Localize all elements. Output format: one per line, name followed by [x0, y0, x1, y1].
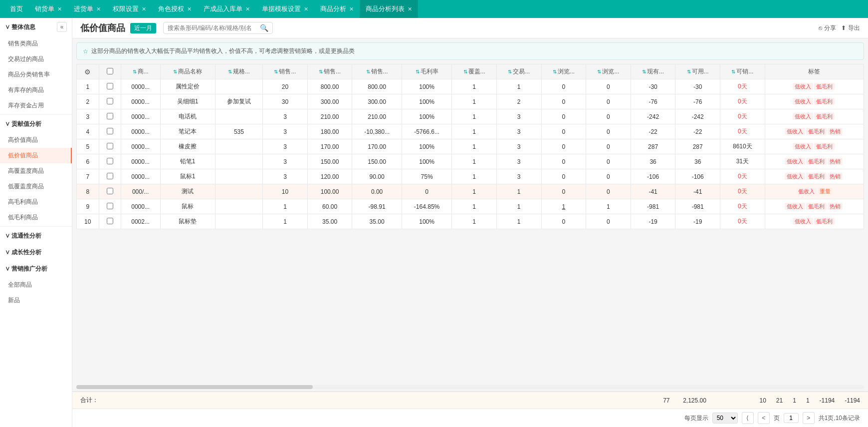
- row-views1[interactable]: 0: [541, 79, 586, 94]
- close-icon[interactable]: ✕: [245, 6, 250, 12]
- row-views1[interactable]: 0: [541, 169, 586, 184]
- nav-purchase-order[interactable]: 进货单 ✕: [68, 0, 107, 18]
- export-button[interactable]: ⬆ 导出: [841, 24, 860, 32]
- row-select-checkbox[interactable]: [107, 128, 113, 134]
- nav-template[interactable]: 单据模板设置 ✕: [256, 0, 314, 18]
- gear-icon[interactable]: ⚙: [84, 68, 91, 76]
- row-views1[interactable]: 0: [541, 109, 586, 124]
- row-spec: [215, 214, 262, 229]
- table-container[interactable]: ⚙ ⇅商... ⇅商品名称 ⇅规格... ⇅销售... ⇅销售... ⇅销售..…: [72, 64, 868, 383]
- row-checkbox[interactable]: [99, 154, 121, 169]
- row-checkbox[interactable]: [99, 169, 121, 184]
- row-checkbox[interactable]: [99, 199, 121, 214]
- row-select-checkbox[interactable]: [107, 203, 113, 209]
- sidebar-item-all-goods[interactable]: 全部商品: [0, 277, 72, 293]
- time-period-tag[interactable]: 近一月: [130, 23, 156, 33]
- nav-sales-order[interactable]: 销货单 ✕: [29, 0, 68, 18]
- sidebar-item-stock-capital[interactable]: 库存资金占用: [0, 98, 72, 113]
- search-icon[interactable]: 🔍: [260, 24, 268, 32]
- nav-roles[interactable]: 角色授权 ✕: [152, 0, 198, 18]
- close-icon[interactable]: ✕: [304, 6, 308, 12]
- row-checkbox[interactable]: [99, 184, 121, 199]
- sidebar-item-high-margin[interactable]: 高毛利商品: [0, 194, 72, 210]
- col-gear[interactable]: ⚙: [77, 64, 99, 79]
- horizontal-scrollbar[interactable]: [76, 385, 864, 389]
- row-views1[interactable]: 0: [541, 154, 586, 169]
- row-views2: 1: [586, 199, 631, 214]
- row-views1[interactable]: 0: [541, 184, 586, 199]
- row-views1[interactable]: 0: [541, 124, 586, 139]
- row-select-checkbox[interactable]: [107, 188, 113, 194]
- sidebar-section-marketing[interactable]: ∨ 营销推广分析: [0, 261, 72, 277]
- nav-production[interactable]: 产成品入库单 ✕: [198, 0, 256, 18]
- row-select-checkbox[interactable]: [107, 158, 113, 164]
- prev-page-btn[interactable]: <: [758, 412, 770, 424]
- col-coverage[interactable]: ⇅覆盖...: [452, 64, 497, 79]
- close-icon[interactable]: ✕: [187, 6, 192, 12]
- sidebar-section-growth[interactable]: ∨ 成长性分析: [0, 244, 72, 261]
- col-sellable[interactable]: ⇅可销...: [720, 64, 765, 79]
- row-views1[interactable]: 0: [541, 139, 586, 154]
- sidebar-item-stock-goods[interactable]: 有库存的商品: [0, 82, 72, 98]
- row-checkbox[interactable]: [99, 139, 121, 154]
- col-sales-profit[interactable]: ⇅销售...: [352, 64, 402, 79]
- sidebar-item-category-rate[interactable]: 商品分类销售率: [0, 67, 72, 82]
- next-page-btn[interactable]: >: [803, 412, 815, 424]
- row-checkbox[interactable]: [99, 109, 121, 124]
- col-deals[interactable]: ⇅交易...: [496, 64, 541, 79]
- sidebar-section-overall[interactable]: ∨ 整体信息 «: [0, 18, 72, 36]
- col-sales-qty[interactable]: ⇅销售...: [263, 64, 308, 79]
- sidebar-item-low-coverage[interactable]: 低覆盖度商品: [0, 179, 72, 194]
- row-select-checkbox[interactable]: [107, 218, 113, 224]
- sidebar-section-contribution[interactable]: ∨ 贡献值分析: [0, 116, 72, 132]
- col-name[interactable]: ⇅商品名称: [160, 64, 215, 79]
- row-checkbox[interactable]: [99, 79, 121, 94]
- row-views1[interactable]: 0: [541, 94, 586, 109]
- col-available[interactable]: ⇅可用...: [675, 64, 720, 79]
- close-icon[interactable]: ✕: [57, 6, 62, 12]
- row-select-checkbox[interactable]: [107, 83, 113, 89]
- search-input[interactable]: [168, 24, 260, 31]
- col-code[interactable]: ⇅商...: [121, 64, 160, 79]
- sidebar-item-sales-goods[interactable]: 销售类商品: [0, 36, 72, 51]
- row-select-checkbox[interactable]: [107, 113, 113, 119]
- sidebar-item-high-coverage[interactable]: 高覆盖度商品: [0, 163, 72, 179]
- nav-home[interactable]: 首页: [4, 0, 29, 18]
- row-select-checkbox[interactable]: [107, 173, 113, 179]
- sidebar-item-new-goods[interactable]: 新品: [0, 293, 72, 308]
- col-views2[interactable]: ⇅浏览...: [586, 64, 631, 79]
- col-spec[interactable]: ⇅规格...: [215, 64, 262, 79]
- row-views1[interactable]: 0: [541, 214, 586, 229]
- close-icon[interactable]: ✕: [408, 6, 412, 12]
- sidebar-item-low-value[interactable]: 低价值商品: [0, 148, 72, 163]
- select-all-checkbox[interactable]: [107, 68, 113, 74]
- row-checkbox[interactable]: [99, 214, 121, 229]
- collapse-icon[interactable]: «: [57, 22, 67, 32]
- nav-product-analysis[interactable]: 商品分析 ✕: [314, 0, 360, 18]
- first-page-btn[interactable]: ⟨: [742, 412, 754, 424]
- col-views1[interactable]: ⇅浏览...: [541, 64, 586, 79]
- row-checkbox[interactable]: [99, 94, 121, 109]
- col-margin[interactable]: ⇅毛利率: [402, 64, 451, 79]
- sidebar-item-traded-goods[interactable]: 交易过的商品: [0, 51, 72, 67]
- sidebar-section-flow[interactable]: ∨ 流通性分析: [0, 228, 72, 244]
- close-icon[interactable]: ✕: [96, 6, 101, 12]
- row-select-checkbox[interactable]: [107, 143, 113, 149]
- row-views1[interactable]: 1: [541, 199, 586, 214]
- share-button[interactable]: ⎋ 分享: [819, 24, 836, 32]
- nav-product-analysis-list[interactable]: 商品分析列表 ✕: [360, 0, 418, 18]
- close-icon[interactable]: ✕: [349, 6, 354, 12]
- col-stock[interactable]: ⇅现有...: [631, 64, 675, 79]
- scrollbar-thumb[interactable]: [76, 385, 313, 389]
- close-icon[interactable]: ✕: [142, 6, 146, 12]
- sidebar-item-high-value[interactable]: 高价值商品: [0, 132, 72, 148]
- views1-link[interactable]: 1: [562, 203, 565, 210]
- row-select-checkbox[interactable]: [107, 98, 113, 104]
- col-checkbox[interactable]: [99, 64, 121, 79]
- per-page-select[interactable]: 50 20 100: [712, 413, 738, 424]
- nav-permissions[interactable]: 权限设置 ✕: [107, 0, 152, 18]
- col-sales-amt[interactable]: ⇅销售...: [307, 64, 352, 79]
- page-input[interactable]: [784, 413, 799, 423]
- row-checkbox[interactable]: [99, 124, 121, 139]
- sidebar-item-low-margin[interactable]: 低毛利商品: [0, 210, 72, 225]
